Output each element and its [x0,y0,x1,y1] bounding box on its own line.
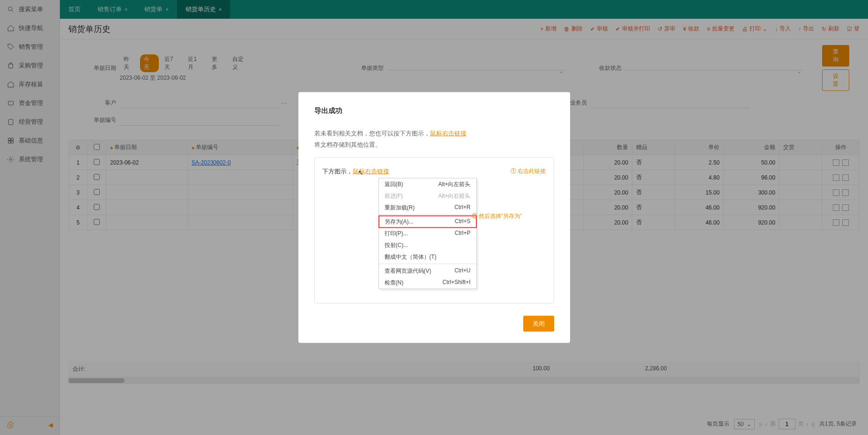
context-menu-item: 查看网页源代码(V)Ctrl+U [379,265,476,277]
export-success-dialog: 导出成功 若未看到相关文档，您也可以按下方图示，鼠标右击链接 将文档存储到其他位… [298,92,570,343]
context-menu-item: 翻成中文（简体）(T) [379,251,476,263]
context-menu-item: 返回(B)Alt+向左箭头 [379,179,476,190]
context-menu-demo: 返回(B)Alt+向左箭头前进(F)Alt+向右箭头重新加载(R)Ctrl+R另… [378,178,477,289]
context-menu-item: 重新加载(R)Ctrl+R [379,202,476,214]
context-menu-item: 打印(P)...Ctrl+P [379,228,476,240]
dialog-text-2: 将文档存储到其他位置。 [314,141,554,149]
close-button[interactable]: 关闭 [523,316,554,332]
cursor-icon: ↖ [358,169,364,176]
context-menu-item: 检查(N)Ctrl+Shift+I [379,277,476,289]
dialog-title: 导出成功 [314,106,554,115]
context-menu-item: 前进(F)Alt+向右箭头 [379,190,476,202]
demo-illustration: 下方图示，鼠标右击链接 ↖ ① 右击此链接 返回(B)Alt+向左箭头前进(F)… [314,158,554,304]
context-menu-item: 投射(C)... [379,240,476,251]
hint-1: ① 右击此链接 [511,167,546,175]
context-menu-item: 另存为(A)...Ctrl+S [379,216,476,228]
hint-2: ② 然后选择"另存为" [472,212,522,220]
right-click-link[interactable]: 鼠标右击链接 [430,130,467,137]
dialog-text-1: 若未看到相关文档，您也可以按下方图示，鼠标右击链接 [314,129,554,138]
